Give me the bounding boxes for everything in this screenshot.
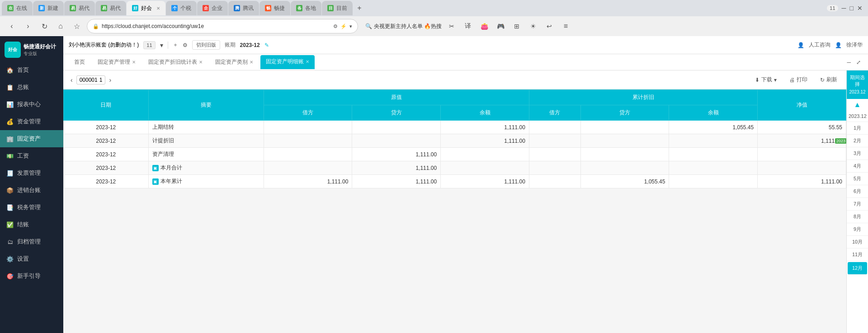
asset-page: 1 bbox=[99, 77, 103, 83]
page-tab-fixed-dep-stat[interactable]: 固定资产折旧统计表 ✕ bbox=[143, 56, 208, 69]
user-avatar-icon[interactable]: 👤 bbox=[835, 42, 842, 48]
address-box[interactable]: 🔒 https://cloud.chanjet.com/accounting/u… bbox=[87, 19, 358, 33]
period-item-10[interactable]: 10月 bbox=[847, 236, 868, 249]
sidebar-item-settings[interactable]: ⚙️ 设置 bbox=[0, 250, 63, 267]
page-tab-fixed-mgmt[interactable]: 固定资产管理 ✕ bbox=[92, 56, 141, 69]
sidebar-item-guide[interactable]: 🎯 新手引导 bbox=[0, 267, 63, 285]
period-item-11[interactable]: 11月 bbox=[847, 249, 868, 261]
sidebar-item-tax[interactable]: 📑 税务管理 bbox=[0, 199, 63, 216]
browser-tab-5[interactable]: 好 好会 ✕ bbox=[127, 1, 165, 15]
row1-orig-balance: 1,111.00 bbox=[441, 134, 529, 148]
forward-button[interactable]: › bbox=[22, 20, 34, 33]
browser-tab-3[interactable]: 易 易代 bbox=[64, 1, 95, 15]
th-dep-balance: 余额 bbox=[669, 105, 758, 121]
data-table: 日期 摘要 原值 累计折旧 净值 借方 贷方 余额 借方 bbox=[63, 89, 846, 188]
tab5-close-icon[interactable]: ✕ bbox=[156, 6, 160, 11]
page-tab-fixed-detail[interactable]: 固定资产明细账 ✕ bbox=[260, 55, 315, 69]
brightness-icon[interactable]: ☀ bbox=[527, 20, 539, 33]
page-tab-fixed-mgmt-close[interactable]: ✕ bbox=[132, 60, 136, 65]
period-item-2[interactable]: 2月 bbox=[847, 135, 868, 147]
edit-period-icon[interactable]: ✎ bbox=[264, 42, 269, 48]
sidebar-label-ledger: 总账 bbox=[17, 83, 29, 91]
period-item-4[interactable]: 4月 bbox=[847, 160, 868, 173]
game-icon[interactable]: 🎮 bbox=[494, 20, 507, 33]
prev-asset-button[interactable]: ‹ bbox=[69, 75, 75, 84]
wallet-icon[interactable]: 👛 bbox=[478, 20, 491, 33]
menu-icon[interactable]: ≡ bbox=[559, 20, 572, 33]
translate-icon[interactable]: 译 bbox=[462, 20, 474, 33]
bookmark-button[interactable]: ☆ bbox=[71, 20, 83, 33]
sidebar-item-funds[interactable]: 💰 资金管理 bbox=[0, 113, 63, 130]
account-badge[interactable]: 11 bbox=[143, 41, 155, 49]
account-dropdown-icon[interactable]: ▾ bbox=[160, 42, 163, 49]
period-item-8[interactable]: 8月 bbox=[847, 211, 868, 223]
expand-window-icon[interactable]: ⤢ bbox=[854, 57, 863, 67]
browser-tab-6[interactable]: 个 个税 bbox=[166, 1, 197, 15]
home-button[interactable]: ⌂ bbox=[54, 20, 67, 33]
row2-date: 2023-12 bbox=[64, 148, 149, 161]
scissors-icon[interactable]: ✂ bbox=[445, 20, 458, 33]
period-item-9[interactable]: 9月 bbox=[847, 223, 868, 236]
sidebar-item-closing[interactable]: ✅ 结账 bbox=[0, 216, 63, 233]
period-item-12[interactable]: 12月 bbox=[848, 262, 867, 275]
download-icon: ⬇ bbox=[755, 77, 760, 83]
sidebar-item-reports[interactable]: 📊 报表中心 bbox=[0, 96, 63, 113]
next-asset-button[interactable]: › bbox=[107, 75, 113, 84]
row4-orig-balance: 1,111.00 bbox=[441, 175, 529, 188]
settings-gear-icon[interactable]: ⚙ bbox=[183, 42, 188, 48]
tab-count-badge: 11 bbox=[827, 5, 838, 11]
period-item-5[interactable]: 5月 bbox=[847, 173, 868, 185]
sidebar-item-fixed[interactable]: 🏢 固定资产 bbox=[0, 130, 63, 147]
browser-close-icon[interactable]: ✕ bbox=[857, 5, 863, 12]
period-panel-header[interactable]: 期间选择 2023.12 bbox=[847, 70, 868, 99]
browser-minimize-icon[interactable]: ─ bbox=[842, 5, 846, 12]
page-tab-home[interactable]: 首页 bbox=[69, 56, 90, 69]
sidebar-item-salary[interactable]: 💵 工资 bbox=[0, 147, 63, 164]
minimize-window-icon[interactable]: ─ bbox=[845, 57, 853, 67]
browser-tab-9[interactable]: 畅 畅捷 bbox=[259, 1, 290, 15]
period-item-7[interactable]: 7月 bbox=[847, 198, 868, 211]
print-label: 打印 bbox=[797, 76, 807, 84]
undo-icon[interactable]: ↩ bbox=[543, 20, 556, 33]
sidebar-item-archive[interactable]: 🗂 归档管理 bbox=[0, 233, 63, 250]
refresh-button[interactable]: ↻ bbox=[38, 20, 51, 33]
fixed-icon: 🏢 bbox=[6, 135, 14, 142]
row3-dep-balance bbox=[669, 161, 758, 175]
row1-dep-debit bbox=[529, 134, 580, 148]
browser-tab-8[interactable]: 腾 腾讯 bbox=[228, 1, 259, 15]
page-tab-fixed-cat[interactable]: 固定资产类别 ✕ bbox=[210, 56, 259, 69]
browser-tab-2[interactable]: 新 新建 bbox=[33, 1, 64, 15]
period-item-3[interactable]: 3月 bbox=[847, 147, 868, 160]
tab7-favicon: 企 bbox=[203, 5, 209, 11]
period-item-6[interactable]: 6月 bbox=[847, 185, 868, 198]
sidebar-item-home[interactable]: 🏠 首页 bbox=[0, 61, 63, 79]
row4-dep-debit bbox=[529, 175, 580, 188]
back-button[interactable]: ‹ bbox=[5, 20, 18, 33]
sidebar-item-ledger[interactable]: 📋 总账 bbox=[0, 79, 63, 96]
browser-tab-11[interactable]: 目 目前 bbox=[322, 1, 353, 15]
sidebar-label-tax: 税务管理 bbox=[17, 203, 41, 211]
browser-tab-1[interactable]: 在 在线 bbox=[2, 1, 33, 15]
download-button[interactable]: ⬇ 下载 ▾ bbox=[751, 74, 780, 85]
period-up-button[interactable]: ▲ bbox=[847, 99, 868, 111]
support-icon[interactable]: 👤 bbox=[797, 42, 804, 48]
sidebar-item-inventory[interactable]: 📦 进销台账 bbox=[0, 182, 63, 199]
browser-tab-10[interactable]: 各 各地 bbox=[291, 1, 321, 15]
search-box[interactable]: 🔍 央视更新主持人名单 🔥热搜 bbox=[365, 23, 442, 30]
add-account-icon[interactable]: ＋ bbox=[173, 41, 178, 49]
period-item-year[interactable]: 2023.12 bbox=[847, 111, 868, 122]
period-item-1[interactable]: 1月 bbox=[847, 122, 868, 135]
browser-tab-4[interactable]: 易 易代 bbox=[95, 1, 126, 15]
grid-icon[interactable]: ⊞ bbox=[510, 20, 523, 33]
page-tab-fixed-dep-stat-close[interactable]: ✕ bbox=[199, 60, 203, 65]
page-tab-fixed-detail-close[interactable]: ✕ bbox=[306, 59, 309, 64]
browser-maximize-icon[interactable]: □ bbox=[850, 5, 854, 12]
page-tab-fixed-cat-close[interactable]: ✕ bbox=[250, 60, 253, 65]
new-tab-button[interactable]: + bbox=[353, 2, 366, 14]
print-button[interactable]: 🖨 打印 bbox=[786, 74, 811, 85]
browser-tab-7[interactable]: 企 企业 bbox=[197, 1, 228, 15]
refresh-button[interactable]: ↻ 刷新 bbox=[816, 74, 841, 85]
switch-version-button[interactable]: 切到旧版 bbox=[192, 40, 220, 50]
sidebar-item-invoice[interactable]: 🧾 发票管理 bbox=[0, 164, 63, 182]
browser-toolbar-right: 🔍 央视更新主持人名单 🔥热搜 ✂ 译 👛 🎮 ⊞ ☀ ↩ ≡ bbox=[365, 20, 572, 33]
